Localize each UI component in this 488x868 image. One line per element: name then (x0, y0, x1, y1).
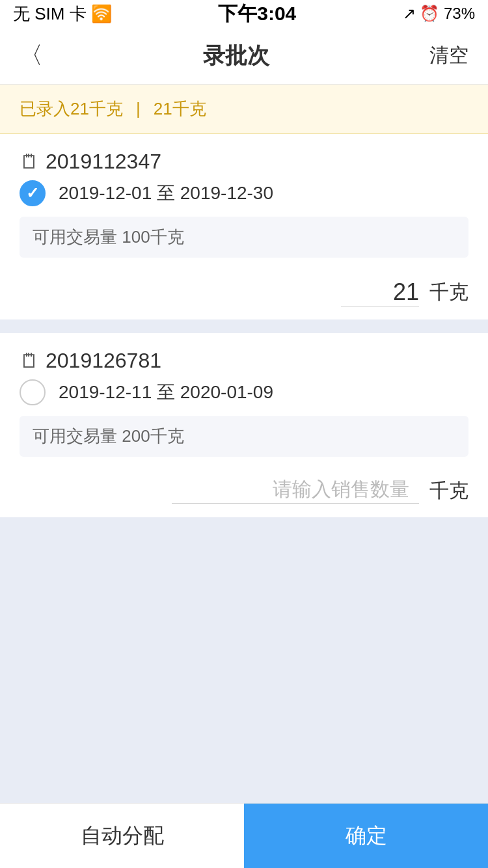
batch1-available: 可用交易量 100千克 (20, 217, 468, 258)
section-divider-1 (0, 320, 488, 333)
batch1-date-row[interactable]: 2019-12-01 至 2019-12-30 (0, 180, 488, 217)
batch-item-2: 🗒 2019126781 2019-12-11 至 2020-01-09 可用交… (0, 333, 488, 517)
batch2-date-row[interactable]: 2019-12-11 至 2020-01-09 (0, 379, 488, 416)
batch1-number: 2019112347 (46, 150, 161, 174)
total-label: 21千克 (154, 98, 206, 120)
summary-bar: 已录入21千克 | 21千克 (0, 85, 488, 134)
batch1-qty-underline: 21 (341, 278, 419, 306)
entered-label: 已录入21千克 (20, 98, 123, 120)
batch2-available: 可用交易量 200千克 (20, 416, 468, 457)
summary-divider: | (136, 99, 141, 119)
blue-area (0, 517, 488, 830)
batch1-quantity-row: 21 千克 (0, 268, 488, 320)
signal-icons: ↗ ⏰ 73% (403, 5, 475, 23)
quantity-input[interactable] (172, 478, 419, 504)
batch2-unit: 千克 (429, 478, 468, 504)
batch1-header: 🗒 2019112347 (0, 134, 488, 180)
bottom-bar: 自动分配 确定 (0, 803, 488, 868)
sim-label: 无 SIM 卡 🛜 (13, 3, 112, 25)
batch2-date: 2019-12-11 至 2020-01-09 (59, 380, 273, 405)
batch1-icon: 🗒 (20, 151, 39, 173)
batch1-date: 2019-12-01 至 2019-12-30 (59, 181, 273, 206)
batch2-input-row[interactable]: 千克 (0, 467, 488, 517)
nav-bar: 〈 录批次 清空 (0, 27, 488, 85)
batch-item-1: 🗒 2019112347 2019-12-01 至 2019-12-30 可用交… (0, 134, 488, 320)
batch2-number: 2019126781 (46, 349, 161, 373)
status-time: 下午3:04 (218, 1, 296, 27)
confirm-button[interactable]: 确定 (244, 804, 488, 868)
clear-button[interactable]: 清空 (429, 42, 468, 69)
status-bar: 无 SIM 卡 🛜 下午3:04 ↗ ⏰ 73% (0, 0, 488, 27)
page-title: 录批次 (203, 41, 269, 71)
batch2-icon: 🗒 (20, 350, 39, 372)
batch2-radio[interactable] (20, 379, 46, 405)
auto-distribute-button[interactable]: 自动分配 (0, 804, 244, 868)
back-button[interactable]: 〈 (20, 40, 43, 72)
batch1-radio[interactable] (20, 180, 46, 206)
status-left: 无 SIM 卡 🛜 (13, 3, 112, 25)
batch2-header: 🗒 2019126781 (0, 333, 488, 379)
batch1-quantity-unit: 千克 (429, 279, 468, 306)
batch1-quantity-value: 21 (393, 278, 419, 305)
status-right: ↗ ⏰ 73% (403, 5, 475, 23)
